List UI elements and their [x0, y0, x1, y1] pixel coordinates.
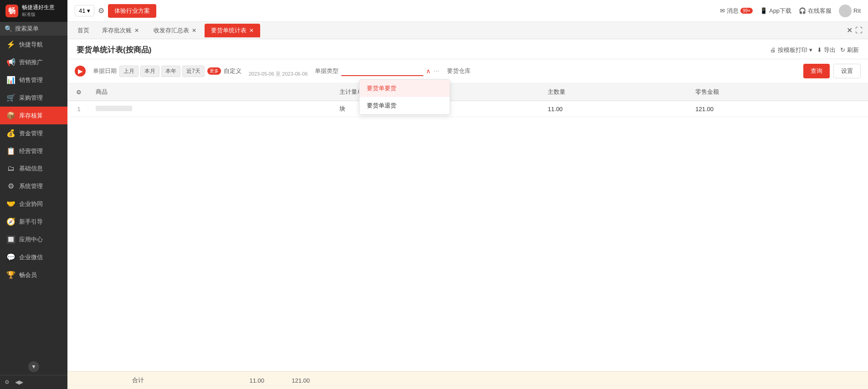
quick-nav-icon: ⚡ — [6, 40, 15, 49]
tabs-bar: 首页 库存批次账 ✕ 收发存汇总表 ✕ 要货单统计表 ✕ ✕ ⛶ — [67, 22, 868, 39]
sidebar-item-inventory[interactable]: 📦 库存核算 — [0, 107, 67, 124]
app-download-label: App下载 — [769, 7, 791, 15]
sidebar-item-basic-info[interactable]: 🗂 基础信息 — [0, 160, 67, 177]
search-menu[interactable]: 🔍 搜索菜单 — [0, 22, 67, 36]
type-filter-chevron[interactable]: ∧ — [426, 67, 431, 75]
purchase-icon: 🛒 — [6, 93, 15, 102]
col-settings[interactable]: ⚙ — [67, 83, 90, 101]
tab-recv-summary[interactable]: 收发存汇总表 ✕ — [147, 24, 203, 37]
date-filter-group: 单据日期 上月 本月 本年 近7天 更多 自定义 — [93, 66, 241, 77]
tab-order-summary[interactable]: 要货单统计表 ✕ — [205, 24, 260, 37]
enterprise-label: 企业协同 — [19, 200, 43, 208]
warehouse-filter-group: 要货仓库 — [447, 67, 471, 75]
refresh-btn[interactable]: ↻ 刷新 — [840, 46, 859, 54]
warehouse-filter-label: 要货仓库 — [447, 67, 471, 75]
tab-home-label: 首页 — [77, 27, 89, 34]
custom-date-btn[interactable]: 自定义 — [224, 67, 241, 75]
footer-quantity: 11.00 — [228, 377, 264, 384]
sales-label: 销售管理 — [19, 76, 43, 84]
more-dates-badge[interactable]: 更多 — [207, 67, 221, 75]
sidebar-settings-btn[interactable]: ⚙ — [5, 379, 10, 385]
this-year-btn[interactable]: 本年 — [161, 66, 180, 77]
sidebar-item-app-center[interactable]: 🔲 应用中心 — [0, 230, 67, 248]
data-table: ⚙ 商品 主计量单位 主数量 零售金额 1 块 11.00 121.00 — [67, 83, 868, 117]
topbar-left: 41 ▾ ⚙ 体验行业方案 — [75, 4, 714, 18]
message-btn[interactable]: ✉ 消息 99+ — [720, 7, 753, 15]
marketing-icon: 📢 — [6, 58, 15, 67]
sidebar-item-member[interactable]: 🏆 畅会员 — [0, 266, 67, 284]
product-placeholder — [96, 106, 132, 111]
page-header-actions: 🖨 按模板打印 ▾ ⬇ 导出 ↻ 刷新 — [770, 46, 859, 54]
dropdown-item-order-return[interactable]: 要货单退货 — [360, 97, 450, 114]
finance-icon: 💰 — [6, 129, 15, 138]
tab-order-summary-close[interactable]: ✕ — [249, 28, 254, 33]
sidebar-item-operations[interactable]: 📋 经营管理 — [0, 142, 67, 160]
sidebar-item-guide[interactable]: 🧭 新手引导 — [0, 213, 67, 230]
page-content: 要货单统计表(按商品) 🖨 按模板打印 ▾ ⬇ 导出 ↻ 刷新 ▶ — [67, 39, 868, 389]
last-month-btn[interactable]: 上月 — [119, 66, 139, 77]
row-product — [90, 101, 334, 117]
app-logo: 畅 畅捷通好生意 标准版 — [0, 0, 67, 22]
tab-batch-account[interactable]: 库存批次账 ✕ — [96, 24, 145, 37]
online-service-btn[interactable]: 🎧 在线客服 — [799, 7, 832, 15]
sidebar-item-marketing[interactable]: 📢 营销推广 — [0, 53, 67, 71]
user-avatar-btn[interactable]: Rit — [839, 5, 861, 17]
sidebar-item-enterprise[interactable]: 🤝 企业协同 — [0, 195, 67, 213]
online-service-label: 在线客服 — [808, 7, 832, 15]
dropdown-item-order-goods[interactable]: 要货单要货 — [360, 80, 450, 97]
this-month-btn[interactable]: 本月 — [140, 66, 159, 77]
table-header-row: ⚙ 商品 主计量单位 主数量 零售金额 — [67, 83, 868, 101]
app-download-btn[interactable]: 📱 App下载 — [760, 7, 791, 15]
operations-icon: 📋 — [6, 147, 15, 155]
topbar: 41 ▾ ⚙ 体验行业方案 ✉ 消息 99+ 📱 App下载 🎧 在线客服 R — [67, 0, 868, 22]
sidebar-item-wechat[interactable]: 💬 企业微信 — [0, 248, 67, 266]
dropdown-item-order-return-label: 要货单退货 — [367, 102, 396, 109]
tabs-close-btn[interactable]: ✕ — [847, 26, 853, 35]
row-amount: 121.00 — [690, 101, 868, 117]
main-area: 41 ▾ ⚙ 体验行业方案 ✉ 消息 99+ 📱 App下载 🎧 在线客服 R — [67, 0, 868, 389]
tab-home[interactable]: 首页 — [73, 24, 94, 37]
tab-recv-summary-close[interactable]: ✕ — [192, 28, 196, 33]
sidebar-item-purchase[interactable]: 🛒 采购管理 — [0, 89, 67, 107]
export-label: 导出 — [824, 46, 836, 54]
finance-label: 资金管理 — [19, 129, 43, 138]
tabs-expand-btn[interactable]: ⛶ — [855, 26, 863, 35]
basic-info-label: 基础信息 — [19, 164, 43, 173]
type-filter-more[interactable]: ··· — [433, 67, 439, 75]
export-btn[interactable]: ⬇ 导出 — [817, 46, 836, 54]
dropdown-item-order-goods-label: 要货单要货 — [367, 85, 396, 92]
sidebar-item-sales[interactable]: 📊 销售管理 — [0, 71, 67, 89]
tab-batch-account-close[interactable]: ✕ — [134, 28, 139, 33]
system-icon: ⚙ — [6, 182, 15, 190]
query-btn[interactable]: 查询 — [803, 64, 830, 78]
scroll-down-btn[interactable]: ▼ — [28, 361, 39, 372]
user-name: Rit — [853, 7, 861, 14]
guide-icon: 🧭 — [6, 217, 15, 226]
last-7-days-btn[interactable]: 近7天 — [182, 66, 205, 77]
logo-title: 畅捷通好生意 — [22, 4, 55, 11]
promo-btn[interactable]: 体验行业方案 — [108, 4, 156, 18]
system-label: 系统管理 — [19, 182, 43, 190]
app-center-label: 应用中心 — [19, 235, 43, 244]
settings-btn[interactable]: 设置 — [833, 64, 861, 78]
inventory-label: 库存核算 — [19, 112, 43, 120]
export-icon: ⬇ — [817, 46, 822, 53]
sidebar-item-finance[interactable]: 💰 资金管理 — [0, 124, 67, 142]
topbar-gear-icon[interactable]: ⚙ — [98, 6, 104, 15]
sidebar-collapse-btn[interactable]: ◀▶ — [15, 379, 23, 385]
company-selector-chevron: ▾ — [87, 7, 90, 14]
type-filter-input[interactable] — [341, 67, 423, 76]
footer-label: 合计 — [73, 376, 164, 384]
operations-label: 经营管理 — [19, 147, 43, 155]
type-dropdown-menu: 要货单要货 要货单退货 — [359, 79, 450, 115]
row-quantity: 11.00 — [542, 101, 690, 117]
row-index: 1 — [67, 101, 90, 117]
collapse-icon: ◀▶ — [15, 379, 23, 385]
company-selector[interactable]: 41 ▾ — [75, 5, 94, 16]
print-btn[interactable]: 🖨 按模板打印 ▾ — [770, 46, 812, 54]
filter-expand-btn[interactable]: ▶ — [75, 66, 86, 77]
wechat-icon: 💬 — [6, 253, 15, 261]
sidebar-item-quick-nav[interactable]: ⚡ 快捷导航 — [0, 36, 67, 53]
sidebar-item-system[interactable]: ⚙ 系统管理 — [0, 177, 67, 195]
purchase-label: 采购管理 — [19, 94, 43, 102]
